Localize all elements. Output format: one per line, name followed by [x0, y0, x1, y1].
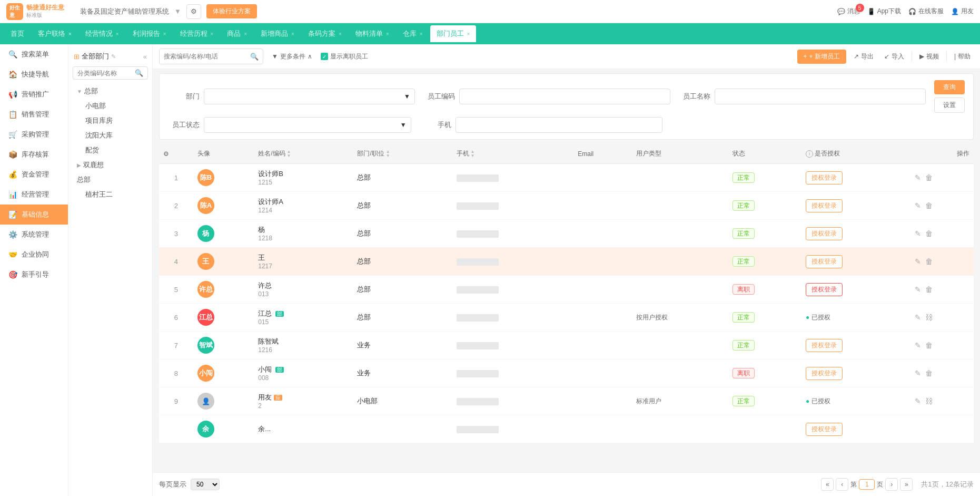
edit-icon[interactable]: ✎	[915, 341, 921, 349]
sidebar-item-system[interactable]: ⚙️ 系统管理	[0, 225, 68, 245]
auth-btn[interactable]: 授权登录	[806, 227, 843, 240]
settings-col[interactable]: ⚙	[163, 150, 189, 158]
tab-warehouse[interactable]: 仓库×	[397, 25, 429, 42]
auth-btn[interactable]: 授权登录	[806, 367, 843, 380]
query-btn[interactable]: 查询	[934, 80, 965, 94]
auth-btn[interactable]: 授权登录	[806, 199, 843, 212]
dropdown-arrow-icon[interactable]: ▼	[174, 7, 181, 15]
emp-code-input[interactable]	[459, 89, 670, 104]
col-phone-sort[interactable]: 手机 ▲▼	[457, 149, 570, 158]
tab-operation[interactable]: 经营情况×	[79, 25, 125, 42]
search-input[interactable]	[164, 53, 248, 60]
status-select[interactable]: ▼	[204, 117, 411, 133]
sidebar-item-operation[interactable]: 📊 经营管理	[0, 184, 68, 205]
tab-close[interactable]: ×	[163, 31, 166, 37]
sidebar-item-sales[interactable]: 📋 销售管理	[0, 104, 68, 124]
phone-input[interactable]	[456, 117, 663, 133]
current-page-input[interactable]	[859, 479, 875, 490]
help-btn[interactable]: | 帮助	[951, 50, 974, 63]
dept-item-shenyang[interactable]: 沈阳大库	[68, 128, 152, 143]
show-former-toggle[interactable]: ✓ 显示离职员工	[321, 52, 368, 61]
tab-bom[interactable]: 物料清单×	[349, 25, 395, 42]
delete-icon[interactable]: 🗑	[925, 369, 933, 377]
online-service-btn[interactable]: 🎧 在线客服	[908, 7, 944, 16]
more-filter-btn[interactable]: ▼ 更多条件 ∧	[268, 50, 316, 63]
sidebar-item-shortcut[interactable]: 🏠 快捷导航	[0, 64, 68, 84]
tab-add-goods[interactable]: 新增商品×	[254, 25, 301, 42]
sidebar-item-search[interactable]: 🔍 搜索菜单	[0, 44, 68, 64]
delete-icon[interactable]: 🗑	[925, 173, 933, 182]
app-download-btn[interactable]: 📱 App下载	[867, 7, 901, 16]
auth-btn-resigned[interactable]: 授权登录	[806, 283, 843, 296]
link-icon[interactable]: ⛓	[925, 397, 933, 405]
edit-icon[interactable]: ✎	[915, 229, 921, 238]
add-employee-btn[interactable]: + + 新增员工	[797, 50, 846, 64]
collapse-icon[interactable]: «	[143, 53, 147, 61]
edit-icon[interactable]: ✎	[915, 397, 921, 405]
page-size-select[interactable]: 50 100 200	[191, 479, 220, 490]
tab-close[interactable]: ×	[386, 31, 389, 37]
user-avatar[interactable]: 👤 用友	[951, 7, 974, 16]
gear-button[interactable]: ⚙	[186, 4, 201, 19]
delete-icon[interactable]: 🗑	[925, 285, 933, 294]
next-page-btn[interactable]: ›	[885, 478, 898, 491]
last-page-btn[interactable]: »	[900, 478, 913, 491]
col-dept-sort[interactable]: 部门/职位 ▲▼	[357, 149, 448, 158]
tab-close[interactable]: ×	[420, 31, 423, 37]
try-btn[interactable]: 体验行业方案	[206, 4, 257, 18]
sidebar-item-purchase[interactable]: 🛒 采购管理	[0, 124, 68, 144]
delete-icon[interactable]: 🗑	[925, 229, 933, 238]
edit-icon[interactable]: ✎	[915, 369, 921, 377]
tab-barcode[interactable]: 条码方案×	[302, 25, 348, 42]
tab-close[interactable]: ×	[291, 31, 294, 37]
link-icon[interactable]: ⛓	[925, 313, 933, 322]
edit-icon[interactable]: ✎	[111, 53, 116, 60]
sidebar-item-marketing[interactable]: 📢 营销推广	[0, 84, 68, 104]
dept-item-zongbu2[interactable]: 总部	[68, 172, 152, 187]
dept-item-shuanglu[interactable]: ▶ 双鹿想	[68, 158, 152, 172]
tab-profit[interactable]: 利润报告×	[126, 25, 173, 42]
sidebar-item-inventory[interactable]: 📦 库存核算	[0, 144, 68, 164]
tab-close[interactable]: ×	[211, 31, 214, 37]
import-btn[interactable]: ↙ 导入	[881, 50, 907, 63]
emp-name-input[interactable]	[715, 89, 926, 104]
tab-close[interactable]: ×	[244, 31, 247, 37]
tab-close[interactable]: ×	[116, 31, 119, 37]
first-page-btn[interactable]: «	[821, 478, 834, 491]
edit-icon[interactable]: ✎	[915, 257, 921, 266]
tab-goods[interactable]: 商品×	[221, 25, 253, 42]
auth-btn[interactable]: 授权登录	[806, 171, 843, 184]
sidebar-item-finance[interactable]: 💰 资金管理	[0, 164, 68, 184]
edit-icon[interactable]: ✎	[915, 285, 921, 294]
auth-btn[interactable]: 授权登录	[806, 339, 843, 352]
tab-home[interactable]: 首页	[4, 25, 31, 42]
dept-item-zongbu[interactable]: ▼ 总部	[68, 84, 152, 99]
auth-btn[interactable]: 授权登录	[806, 255, 843, 268]
delete-icon[interactable]: 🗑	[925, 257, 933, 266]
edit-icon[interactable]: ✎	[915, 313, 921, 322]
tab-department[interactable]: 部门员工×	[430, 25, 477, 42]
dept-item-xiaodian[interactable]: 小电部	[68, 99, 152, 113]
tab-history[interactable]: 经营历程×	[174, 25, 220, 42]
reset-btn[interactable]: 设置	[934, 98, 965, 113]
delete-icon[interactable]: 🗑	[925, 201, 933, 210]
dept-item-zhicun[interactable]: 植村王二	[68, 187, 152, 202]
col-name-sort[interactable]: 姓名/编码 ▲▼	[258, 149, 349, 158]
view-btn[interactable]: ▶ 视频	[916, 50, 942, 63]
auth-btn[interactable]: 授权登录	[806, 423, 843, 436]
export-btn[interactable]: ↗ 导出	[850, 50, 877, 63]
edit-icon[interactable]: ✎	[915, 201, 921, 210]
sidebar-item-enterprise[interactable]: 🤝 企业协同	[0, 245, 68, 265]
tab-close[interactable]: ×	[467, 31, 470, 37]
delete-icon[interactable]: 🗑	[925, 341, 933, 349]
message-btn[interactable]: 💬 消息 5	[837, 7, 860, 16]
sidebar-item-guide[interactable]: 🎯 新手引导	[0, 265, 68, 285]
tab-close[interactable]: ×	[339, 31, 342, 37]
sidebar-item-basic[interactable]: 📝 基础信息	[0, 205, 68, 225]
dept-select[interactable]: ▼	[204, 89, 415, 104]
dept-item-project[interactable]: 项目库房	[68, 113, 152, 128]
tab-customer[interactable]: 客户联络×	[32, 25, 78, 42]
edit-icon[interactable]: ✎	[915, 173, 921, 182]
prev-page-btn[interactable]: ‹	[836, 478, 848, 491]
dept-search-input[interactable]	[77, 70, 135, 77]
